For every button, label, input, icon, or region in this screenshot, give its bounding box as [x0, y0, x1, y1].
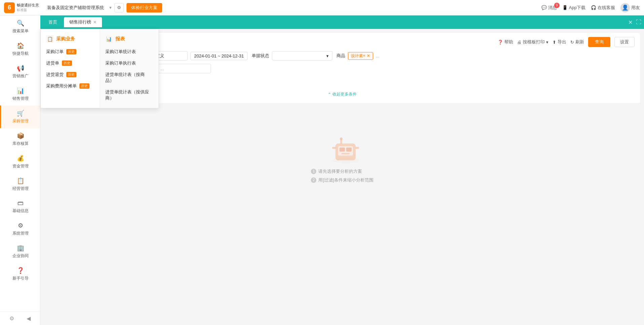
money-icon: 💰 — [17, 155, 24, 162]
logo-text: 畅捷通好生意 标准版 — [17, 3, 39, 12]
collapse-chevron-icon: ⌃ — [328, 92, 331, 97]
building-icon: 🏢 — [17, 244, 24, 252]
svg-rect-7 — [355, 147, 359, 149]
tab-sales-rank[interactable]: 销售排行榜 ✕ — [64, 17, 102, 27]
sidebar-item-enterprise[interactable]: 🏢 企业协同 — [0, 240, 40, 263]
sidebar-item-purchase[interactable]: 🛒 采购管理 — [0, 106, 40, 128]
empty-step-1: 1 请先选择要分析的方案 — [311, 167, 373, 176]
print-icon: 🖨 — [517, 40, 522, 45]
sidebar-item-operation[interactable]: 📋 经营管理 — [0, 173, 40, 196]
sidebar-collapse-button[interactable]: ◀ — [27, 315, 31, 322]
dropdown-stock-in-by-goods[interactable]: 进货单统计表（按商品） — [100, 69, 159, 86]
dropdown-purchase-col: 📋 采购业务 采购订单 历史 进货单 历史 进货退货 历史 采购费用分摊单 历史 — [41, 29, 100, 108]
notifications-button[interactable]: 💬 9 消息 — [541, 5, 557, 11]
dropdown-report-col: 📊 报表 采购订单统计表 采购订单执行表 进货单统计表（按商品） 进货单统计表（… — [100, 29, 159, 108]
purchase-order-badge: 历史 — [66, 49, 76, 54]
dropdown-stock-return[interactable]: 进货退货 历史 — [41, 69, 100, 80]
refresh-button[interactable]: ↻ 刷新 — [570, 39, 584, 45]
sidebar-item-sales[interactable]: 📊 销售管理 — [0, 83, 40, 106]
dropdown-stock-in[interactable]: 进货单 历史 — [41, 57, 100, 69]
purchase-dropdown-menu: 📋 采购业务 采购订单 历史 进货单 历史 进货退货 历史 采购费用分摊单 历史… — [40, 29, 159, 108]
online-service-button[interactable]: 🎧 在线客服 — [591, 5, 615, 11]
goods-tag-close-icon[interactable]: ✕ — [367, 53, 370, 58]
report-header-icon: 📊 — [105, 35, 113, 43]
logo-area: 6 畅捷通好生意 标准版 — [4, 2, 44, 13]
purchase-expense-badge: 历史 — [79, 83, 90, 89]
refresh-icon: ↻ — [570, 40, 574, 45]
industry-solution-button[interactable]: 体验行业方案 — [127, 3, 162, 12]
tab-bar: 首页 销售排行榜 ✕ ✕ ⛶ — [40, 15, 644, 29]
tab-close-icon[interactable]: ✕ — [93, 20, 97, 25]
staff-select[interactable]: ... — [150, 64, 211, 73]
sidebar-item-marketing[interactable]: 📢 营销推广 — [0, 60, 40, 83]
question-icon: ❓ — [17, 267, 24, 274]
settings-button[interactable]: 设置 — [614, 37, 635, 47]
cart-icon: 🛒 — [17, 110, 24, 117]
help-button[interactable]: ❓ 帮助 — [498, 39, 513, 45]
goods-filter: 商品 设计素× ✕ ... — [336, 52, 380, 60]
sidebar-item-finance[interactable]: 💰 资金管理 — [0, 151, 40, 173]
sidebar-item-inventory[interactable]: 📦 库存核算 — [0, 128, 40, 151]
sidebar-item-system[interactable]: ⚙ 系统管理 — [0, 218, 40, 240]
tab-close-all-icon[interactable]: ✕ — [628, 19, 633, 26]
dropdown-purchase-header: 📋 采购业务 — [41, 33, 100, 46]
purchase-header-icon: 📋 — [46, 35, 53, 43]
sidebar-item-quick[interactable]: 🏠 快捷导航 — [0, 38, 40, 60]
app-download-button[interactable]: 📱 App下载 — [562, 5, 585, 11]
goods-more-dots[interactable]: ... — [376, 53, 380, 58]
stock-in-badge: 历史 — [62, 60, 72, 66]
dropdown-report-header: 📊 报表 — [100, 33, 159, 46]
system-dropdown-icon[interactable]: ▾ — [109, 5, 112, 10]
clipboard-icon: 📋 — [17, 177, 24, 185]
empty-step-2: 2 用[过滤]条件来缩小分析范围 — [311, 176, 373, 185]
logo-icon: 6 — [4, 2, 15, 13]
help-icon: ❓ — [498, 40, 503, 45]
message-icon: 💬 — [541, 5, 547, 10]
headset-icon: 🎧 — [591, 5, 596, 10]
empty-illustration — [325, 133, 359, 160]
header-system: 装备及固定资产辅助管理系统 ▾ ⚙ 体验行业方案 — [44, 3, 541, 12]
step-1-number: 1 — [311, 169, 316, 174]
sidebar-item-guide[interactable]: ❓ 新手引导 — [0, 263, 40, 285]
query-button[interactable]: 查询 — [588, 37, 610, 47]
step-2-number: 2 — [311, 177, 316, 183]
dropdown-purchase-expense[interactable]: 采购费用分摊单 历史 — [41, 80, 100, 92]
export-icon: ⬆ — [552, 40, 556, 45]
dropdown-purchase-order-stat[interactable]: 采购订单统计表 — [100, 46, 159, 57]
sidebar: 🔍 搜索菜单 🏠 快捷导航 📢 营销推广 📊 销售管理 🛒 采购管理 📦 库存核… — [0, 15, 40, 325]
tab-maximize-icon[interactable]: ⛶ — [636, 19, 641, 25]
user-avatar: 👤 — [620, 3, 630, 12]
database-icon: 🗃 — [17, 200, 24, 207]
header-right: 💬 9 消息 📱 App下载 🎧 在线客服 👤 用友 — [541, 3, 640, 12]
chart-icon: 📊 — [17, 87, 24, 94]
voucher-status-select[interactable]: ▾ — [272, 51, 332, 60]
empty-state: 1 请先选择要分析的方案 2 用[过滤]条件来缩小分析范围 — [44, 107, 640, 211]
voucher-status-filter: 单据状态 ▾ — [252, 51, 332, 60]
tab-home[interactable]: 首页 — [43, 17, 63, 27]
home-icon: 🏠 — [17, 42, 24, 49]
date-range-value[interactable]: 2024-01-01 ~ 2024-12-31 — [190, 52, 248, 60]
top-header: 6 畅捷通好生意 标准版 装备及固定资产辅助管理系统 ▾ ⚙ 体验行业方案 💬 … — [0, 0, 644, 15]
empty-text: 1 请先选择要分析的方案 2 用[过滤]条件来缩小分析范围 — [311, 167, 373, 185]
sidebar-item-basic[interactable]: 🗃 基础信息 — [0, 196, 40, 218]
svg-rect-6 — [332, 147, 336, 149]
user-menu-button[interactable]: 👤 用友 — [620, 3, 640, 12]
staff-dots: ... — [160, 66, 164, 71]
box-icon: 📦 — [17, 132, 24, 139]
settings-gear-button[interactable]: ⚙ — [114, 3, 124, 12]
tab-bar-actions: ✕ ⛶ — [628, 19, 641, 26]
stock-return-badge: 历史 — [66, 72, 76, 77]
dropdown-purchase-order-exec[interactable]: 采购订单执行表 — [100, 57, 159, 69]
voucher-status-dropdown-icon: ▾ — [326, 53, 329, 58]
sidebar-settings-button[interactable]: ⚙ — [9, 315, 14, 322]
sidebar-item-search[interactable]: 🔍 搜索菜单 — [0, 15, 40, 38]
notification-badge: 9 — [554, 3, 560, 8]
export-button[interactable]: ⬆ 导出 — [552, 39, 566, 45]
search-icon: 🔍 — [17, 19, 24, 27]
dropdown-purchase-order[interactable]: 采购订单 历史 — [41, 46, 100, 57]
dropdown-stock-in-by-supplier[interactable]: 进货单统计表（按供应商） — [100, 86, 159, 104]
sidebar-footer: ⚙ ◀ — [0, 312, 40, 325]
system-title: 装备及固定资产辅助管理系统 — [44, 5, 107, 11]
print-button[interactable]: 🖨 按模板打印 ▾ — [517, 39, 548, 45]
goods-tag[interactable]: 设计素× ✕ — [348, 52, 373, 60]
